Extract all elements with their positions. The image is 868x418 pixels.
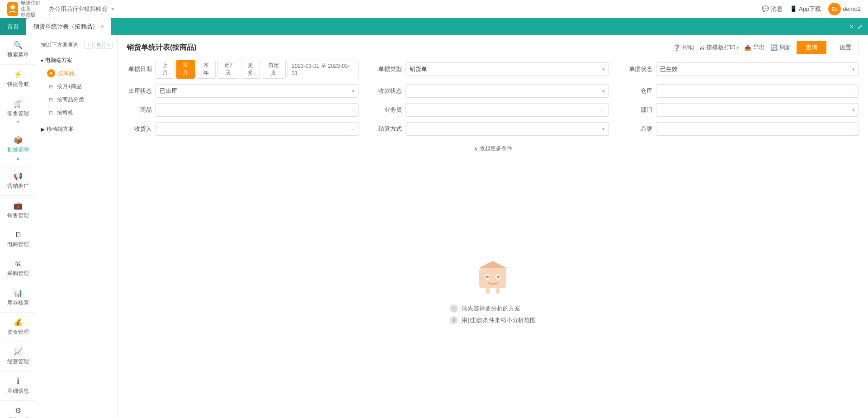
sidebar-item-purchase[interactable]: 🛍 采购管理 [0, 254, 36, 283]
collapse-bar[interactable]: ∧ 收起更多条件 [127, 141, 859, 154]
sidebar-item-basic[interactable]: ℹ 基础信息 [0, 371, 36, 401]
tab-active[interactable]: 销货单统计表（按商品） × [26, 18, 111, 35]
salesman-ellipsis-icon[interactable]: ··· [600, 107, 605, 113]
settings-scheme-button[interactable]: ⚙ [94, 41, 103, 49]
scheme-pc-title[interactable]: ▾ 电脑端方案 [36, 54, 117, 66]
filter-row-1: 单据日期 上月 本月 本年 近7天 更多 自定义 2023-03-01 至 20… [127, 60, 859, 79]
empty-tip-2: 2 用[过滤]条件来缩小分析范围 [450, 316, 535, 324]
filter-field-doc-status: 单据状态 已生效 ▾ [627, 62, 859, 76]
filter-scheme-panel: 按以下方案查询 + ⚙ « ▾ 电脑端方案 按商品 [36, 35, 118, 418]
print-dropdown-arrow-icon: ▾ [736, 45, 739, 50]
receipt-status-control[interactable]: ▾ [406, 84, 609, 98]
message-button[interactable]: 💬 消息 [762, 5, 783, 13]
query-button[interactable]: 查询 [797, 41, 826, 54]
scheme-mobile-title[interactable]: ▶ 移动端方案 [36, 123, 117, 135]
breadcrumb-text: 办公用品行业模拟账套 [49, 5, 108, 13]
retail-icon: 🛒 [14, 100, 23, 108]
logo-area: 畅捷信好生意 标准版 [7, 0, 43, 18]
out-status-arrow-icon: ▾ [352, 88, 354, 94]
scheme-item-by-goods[interactable]: 按商品 [36, 66, 117, 80]
doc-status-value: 已生效 [660, 65, 850, 73]
out-status-control[interactable]: 已出库 ▾ [156, 84, 359, 98]
logo-icon [7, 2, 18, 16]
main-layout: 🔍 搜索菜单 ⚡ 快捷导航 🛒 零售管理 ▾ 📦 批发管理 ▴ 📢 营销推广 💼… [0, 35, 868, 418]
warehouse-control[interactable]: ··· [656, 84, 859, 98]
scheme-category-label: 按商品分类 [57, 96, 84, 104]
filter-field-warehouse: 仓库 ··· [627, 84, 859, 98]
system-icon: ⚙ [15, 406, 21, 415]
date-custom-btn[interactable]: 自定义 [262, 60, 286, 79]
brand-control[interactable]: ··· [656, 122, 859, 136]
active-tab-label: 销货单统计表（按商品） [33, 23, 98, 31]
filter-field-date: 单据日期 上月 本月 本年 近7天 更多 自定义 2023-03-01 至 20… [127, 60, 359, 79]
scheme-pc-label: 电脑端方案 [45, 57, 72, 64]
sidebar-item-system[interactable]: ⚙ 系统管理 [0, 401, 36, 418]
add-scheme-button[interactable]: + [85, 41, 93, 49]
warehouse-ellipsis-icon[interactable]: ··· [850, 88, 855, 94]
sidebar-item-ecommerce[interactable]: 🖥 电商管理 [0, 225, 36, 254]
filter-field-doc-type: 单据类型 销货单 ▾ [377, 62, 609, 76]
scheme-month-label: 按月+商品 [57, 83, 82, 90]
date-this-month-btn[interactable]: 本月 [176, 60, 195, 79]
sidebar-item-finance[interactable]: 💰 资金管理 [0, 313, 36, 342]
quick-icon: ⚡ [14, 70, 23, 79]
sidebar-item-quick[interactable]: ⚡ 快捷导航 [0, 65, 36, 94]
tab-home[interactable]: 首页 [0, 18, 26, 35]
receiver-control[interactable]: ··· [156, 122, 359, 136]
search-icon: 🔍 [14, 41, 23, 49]
scheme-item-month-goods[interactable]: ⊞ 按月+商品 [36, 80, 117, 93]
date-last-month-btn[interactable]: 上月 [156, 60, 175, 79]
top-right: 💬 消息 📱 App下载 Ea demo2 [762, 3, 861, 15]
app-download-button[interactable]: 📱 App下载 [790, 5, 821, 13]
export-icon: 📤 [744, 44, 751, 51]
export-button[interactable]: 📤 导出 [744, 43, 765, 52]
goods-ellipsis-icon[interactable]: ··· [350, 107, 354, 113]
brand-ellipsis-icon[interactable]: ··· [850, 126, 855, 132]
sidebar-item-search[interactable]: 🔍 搜索菜单 [0, 35, 36, 65]
settle-arrow-icon: ▾ [602, 126, 605, 132]
print-icon: 🖨 [699, 44, 705, 51]
breadcrumb-arrow-icon[interactable]: ▾ [111, 5, 114, 12]
collapse-panel-button[interactable]: « [104, 41, 113, 49]
tab-close-icon[interactable]: × [101, 24, 104, 30]
receiver-ellipsis-icon[interactable]: ··· [350, 126, 354, 132]
sidebar-item-management[interactable]: 📈 经营管理 [0, 342, 36, 371]
user-profile[interactable]: Ea demo2 [828, 3, 861, 15]
help-button[interactable]: ❓ 帮助 [673, 43, 694, 52]
tip-number-1: 1 [450, 304, 458, 313]
collapse-label: 收起更多条件 [480, 145, 512, 152]
refresh-button[interactable]: 🔄 刷新 [770, 43, 791, 52]
date-this-year-btn[interactable]: 本年 [197, 60, 216, 79]
purchase-icon: 🛍 [14, 260, 22, 268]
sidebar-item-sales[interactable]: 💼 销售管理 [0, 196, 36, 225]
sidebar-item-inventory[interactable]: 📊 库存核算 [0, 283, 36, 313]
maximize-icon[interactable]: ⤢ [857, 23, 863, 30]
brand-label: 品牌 [627, 125, 652, 133]
settle-control[interactable]: ▾ [406, 122, 609, 136]
date-7days-btn[interactable]: 近7天 [217, 60, 239, 79]
date-more-btn[interactable]: 更多 [241, 60, 260, 79]
goods-control[interactable]: ··· [156, 103, 359, 117]
doc-status-control[interactable]: 已生效 ▾ [656, 62, 859, 76]
filter-area: 单据日期 上月 本月 本年 近7天 更多 自定义 2023-03-01 至 20… [127, 60, 859, 158]
receiver-label: 收货人 [127, 125, 152, 133]
sidebar-item-retail[interactable]: 🛒 零售管理 ▾ [0, 94, 36, 130]
table-area: 1 请先选择要分析的方案 2 用[过滤]条件来缩小分析范围 [118, 158, 868, 418]
nav-sidebar: 🔍 搜索菜单 ⚡ 快捷导航 🛒 零售管理 ▾ 📦 批发管理 ▴ 📢 营销推广 💼… [0, 35, 36, 418]
dept-control[interactable]: ▾ [656, 103, 859, 117]
sidebar-item-wholesale[interactable]: 📦 批发管理 ▴ [0, 130, 36, 166]
tab-window-controls: × ⤢ [850, 23, 863, 30]
sidebar-item-marketing[interactable]: 📢 营销推广 [0, 166, 36, 196]
filter-field-out-status: 出库状态 已出库 ▾ [127, 84, 359, 98]
doc-type-control[interactable]: 销货单 ▾ [406, 62, 609, 76]
scheme-item-category[interactable]: ⊟ 按商品分类 [36, 93, 117, 106]
filter-panel-actions: + ⚙ « [85, 41, 113, 49]
scheme-item-driver[interactable]: ⊟ 按司机 [36, 106, 117, 119]
filter-row-4: 收货人 ··· 结算方式 ▾ [127, 122, 859, 136]
salesman-control[interactable]: ··· [406, 103, 609, 117]
doc-type-dropdown-arrow-icon: ▾ [602, 66, 605, 72]
close-window-icon[interactable]: × [850, 23, 854, 30]
print-button[interactable]: 🖨 按模板打印 ▾ [699, 43, 739, 52]
scheme-goods-icon [47, 69, 55, 77]
setting-button[interactable]: 设置 [832, 41, 859, 54]
